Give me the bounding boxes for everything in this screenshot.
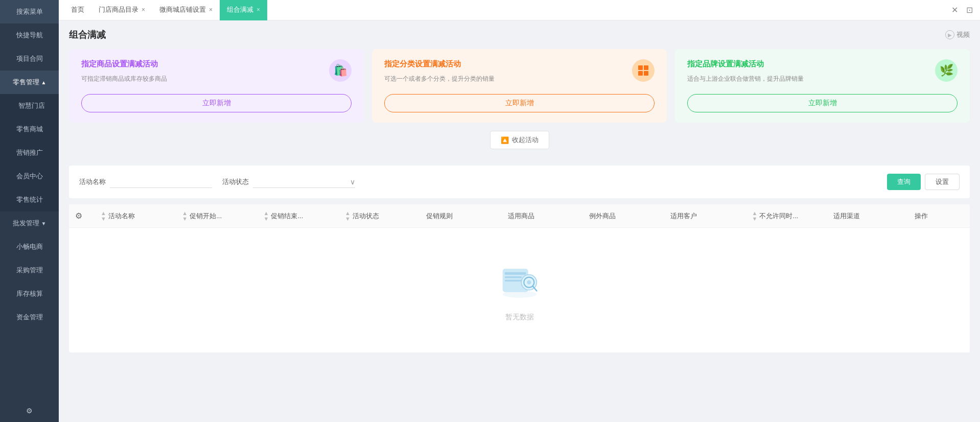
svg-point-12	[527, 280, 531, 285]
filter-buttons: 查询 设置	[887, 174, 960, 190]
card-brand-add-btn[interactable]: 立即新增	[687, 94, 958, 112]
video-btn[interactable]: ▶ 视频	[945, 30, 970, 39]
activity-name-label: 活动名称	[79, 177, 106, 186]
svg-rect-2	[638, 71, 643, 76]
svg-rect-1	[644, 65, 648, 70]
sidebar: 搜索菜单 快捷导航 项目合同 零售管理 ▲ 智慧门店 零售商城 营销推广 会员中…	[0, 0, 59, 422]
tab-home[interactable]: 首页	[64, 0, 91, 20]
page-title: 组合满减	[69, 29, 106, 41]
card-product-desc: 可指定滞销商品或库存较多商品	[81, 74, 352, 84]
collapse-label: 收起活动	[512, 135, 539, 145]
chevron-down-icon: ▼	[41, 221, 46, 226]
tab-label: 首页	[71, 5, 84, 14]
tab-store-catalog[interactable]: 门店商品目录 ×	[91, 0, 152, 20]
close-window-btn[interactable]: ✕	[949, 3, 960, 17]
sidebar-item-label: 项目合同	[16, 54, 43, 63]
table-header: ⚙ ▲▼ 活动名称 ▲▼ 促销开始... ▲▼ 促销结束... ▲▼ 活动状态	[69, 204, 970, 228]
tab-wechat-store-settings[interactable]: 微商城店铺设置 ×	[152, 0, 220, 20]
sidebar-item-label: 搜索菜单	[16, 7, 43, 16]
filter-activity-status: 活动状态 ∨	[222, 176, 355, 188]
sidebar-item-purchase-mgmt[interactable]: 采购管理	[0, 259, 59, 282]
activity-name-input[interactable]	[110, 176, 212, 188]
card-product-title: 指定商品设置满减活动	[81, 59, 352, 69]
sort-icon[interactable]: ▲▼	[345, 210, 351, 222]
query-btn[interactable]: 查询	[887, 174, 921, 190]
sidebar-item-quick-nav[interactable]: 快捷导航	[0, 24, 59, 47]
tab-close-icon[interactable]: ×	[142, 6, 145, 13]
tabs-bar: 首页 门店商品目录 × 微商城店铺设置 × 组合满减 × ✕ ⊡	[59, 0, 980, 20]
card-category: 指定分类设置满减活动 可选一个或者多个分类，提升分类的销量 立即新增	[372, 49, 667, 123]
sidebar-item-wholesale-mgmt[interactable]: 批发管理 ▼	[0, 212, 59, 235]
sidebar-item-marketing[interactable]: 营销推广	[0, 141, 59, 165]
sidebar-item-label: 智慧门店	[18, 101, 45, 110]
th-activity-status: ▲▼ 活动状态	[339, 205, 420, 227]
empty-state: 暂无数据	[69, 228, 970, 353]
sidebar-item-retail-stats[interactable]: 零售统计	[0, 188, 59, 212]
sidebar-item-label: 会员中心	[16, 172, 43, 181]
svg-rect-7	[504, 276, 521, 278]
sidebar-item-project-contract[interactable]: 项目合同	[0, 47, 59, 71]
sidebar-item-inventory-settle[interactable]: 库存核算	[0, 282, 59, 306]
filter-activity-name: 活动名称	[79, 176, 212, 188]
sidebar-item-smart-store[interactable]: 智慧门店	[0, 94, 59, 118]
main-area: 首页 门店商品目录 × 微商城店铺设置 × 组合满减 × ✕ ⊡ 组合满减 ▶ …	[59, 0, 980, 422]
th-applicable-channel: 适用渠道	[827, 206, 908, 226]
card-product-add-btn[interactable]: 立即新增	[81, 94, 352, 112]
card-brand-desc: 适合与上游企业联合做营销，提升品牌销量	[687, 74, 958, 84]
sidebar-item-search-menu[interactable]: 搜索菜单	[0, 0, 59, 24]
table-container: ⚙ ▲▼ 活动名称 ▲▼ 促销开始... ▲▼ 促销结束... ▲▼ 活动状态	[69, 204, 970, 353]
sidebar-item-label: 快捷导航	[16, 31, 43, 40]
sort-icon[interactable]: ▲▼	[264, 210, 269, 222]
settings-btn[interactable]: 设置	[925, 174, 960, 190]
th-exception-goods: 例外商品	[583, 206, 664, 226]
chevron-up-icon: ▲	[41, 80, 46, 85]
cards-section: 🛍️ 指定商品设置满减活动 可指定滞销商品或库存较多商品 立即新增 指定分类设置…	[69, 49, 970, 123]
th-promo-start: ▲▼ 促销开始...	[176, 205, 257, 227]
sidebar-item-capital-mgmt[interactable]: 资金管理	[0, 306, 59, 329]
tab-close-icon[interactable]: ×	[256, 6, 260, 13]
th-no-concurrent: ▲▼ 不允许同时...	[745, 205, 827, 227]
card-brand: 🌿 指定品牌设置满减活动 适合与上游企业联合做营销，提升品牌销量 立即新增	[675, 49, 970, 123]
play-icon: ▶	[945, 30, 954, 39]
sidebar-item-retail-mall[interactable]: 零售商城	[0, 118, 59, 141]
tab-label: 门店商品目录	[99, 5, 138, 14]
sidebar-item-label: 营销推广	[16, 148, 43, 157]
th-operation: 操作	[908, 206, 970, 226]
tab-label: 组合满减	[227, 5, 253, 14]
card-brand-title: 指定品牌设置满减活动	[687, 59, 958, 69]
filter-bar: 活动名称 活动状态 ∨ 查询 设置	[69, 166, 970, 198]
sidebar-item-label: 小畅电商	[16, 242, 43, 251]
activity-status-select[interactable]	[253, 176, 355, 188]
empty-state-icon	[494, 259, 545, 304]
sort-icon[interactable]: ▲▼	[182, 210, 188, 222]
tab-combo-discount[interactable]: 组合满减 ×	[220, 0, 267, 20]
th-applicable-goods: 适用商品	[502, 206, 583, 226]
sidebar-item-label: 批发管理	[13, 219, 39, 228]
page-header: 组合满减 ▶ 视频	[69, 29, 970, 41]
maximize-window-btn[interactable]: ⊡	[964, 3, 975, 17]
sidebar-item-member-center[interactable]: 会员中心	[0, 165, 59, 188]
sort-icon[interactable]: ▲▼	[101, 210, 106, 222]
card-product-icon: 🛍️	[329, 59, 352, 82]
card-category-title: 指定分类设置满减活动	[384, 59, 655, 69]
th-activity-name: ▲▼ 活动名称	[95, 205, 176, 227]
sidebar-item-label: 零售商城	[16, 125, 43, 134]
sidebar-item-label: 零售管理	[13, 78, 39, 87]
sidebar-settings-btn[interactable]: ⚙	[0, 400, 59, 422]
card-category-add-btn[interactable]: 立即新增	[384, 94, 655, 112]
sidebar-item-label: 库存核算	[16, 289, 43, 298]
gear-icon: ⚙	[26, 407, 33, 415]
card-brand-icon: 🌿	[935, 59, 958, 82]
sidebar-item-retail-mgmt[interactable]: 零售管理 ▲	[0, 71, 59, 94]
card-category-icon	[632, 59, 655, 82]
content-area: 组合满减 ▶ 视频 🛍️ 指定商品设置满减活动 可指定滞销商品或库存较多商品 立…	[59, 20, 980, 422]
sidebar-item-label: 资金管理	[16, 313, 43, 322]
video-label: 视频	[956, 30, 970, 39]
th-promo-rule: 促销规则	[420, 206, 501, 226]
empty-text: 暂无数据	[505, 313, 534, 322]
sidebar-item-xiaochangec[interactable]: 小畅电商	[0, 235, 59, 259]
sort-icon[interactable]: ▲▼	[752, 210, 757, 222]
collapse-activities-btn[interactable]: 🔼 收起活动	[490, 131, 549, 149]
table-settings-icon[interactable]: ⚙	[69, 206, 95, 226]
tab-close-icon[interactable]: ×	[209, 6, 213, 13]
